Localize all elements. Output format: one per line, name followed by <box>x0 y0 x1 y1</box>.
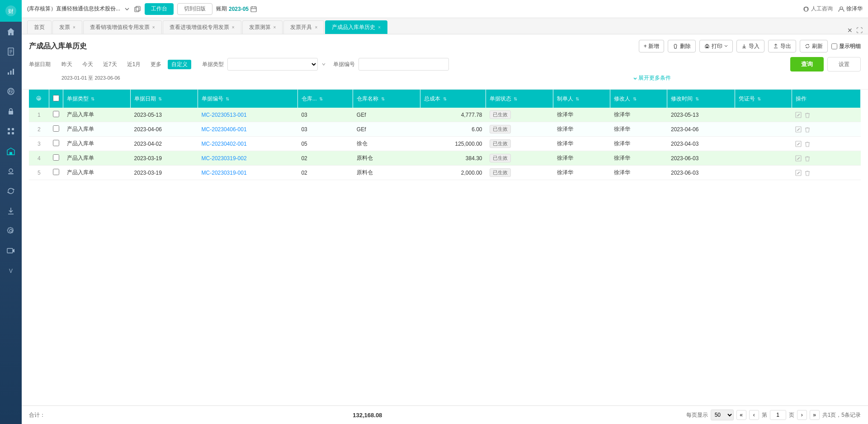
type-filter-select[interactable] <box>227 58 318 71</box>
column-settings-icon[interactable] <box>33 92 45 105</box>
sidebar-item-download[interactable] <box>0 201 22 221</box>
header-actions: + 新增 删除 打印 导入 导出 <box>639 40 861 52</box>
tab-invoice-label: 发票 <box>59 24 70 31</box>
row-delete-icon[interactable] <box>804 141 811 147</box>
first-page-button[interactable]: « <box>736 410 746 420</box>
th-modify-time[interactable]: 修改时间 ⇅ <box>667 90 735 108</box>
sidebar-item-settings[interactable] <box>0 221 22 241</box>
company-dropdown-icon[interactable] <box>124 6 130 12</box>
th-number[interactable]: 单据编号 ⇅ <box>198 90 298 108</box>
th-creator[interactable]: 制单人 ⇅ <box>553 90 610 108</box>
new-button[interactable]: + 新增 <box>639 40 664 52</box>
tab-invoice-open-close[interactable]: × <box>315 25 317 30</box>
username-display[interactable]: 徐泽华 <box>838 5 863 13</box>
row-checkbox[interactable] <box>49 151 63 166</box>
tab-warehouse-history-close[interactable]: × <box>378 25 381 30</box>
last-page-button[interactable]: » <box>810 410 820 420</box>
row-delete-icon[interactable] <box>804 112 811 118</box>
sidebar-item-video[interactable] <box>0 241 22 261</box>
th-checkbox[interactable] <box>49 90 63 108</box>
tab-invoice-open[interactable]: 发票开具 × <box>283 20 324 34</box>
sidebar-item-lock[interactable] <box>0 101 22 121</box>
import-button[interactable]: 导入 <box>736 40 764 52</box>
tab-input-vat-close[interactable]: × <box>232 25 235 30</box>
shortcut-1month[interactable]: 近1月 <box>123 60 145 69</box>
svg-rect-6 <box>8 72 9 75</box>
expand-conditions-button[interactable]: 展开更多条件 <box>633 74 671 82</box>
calendar-icon[interactable] <box>250 6 257 12</box>
current-page-input[interactable] <box>770 410 786 420</box>
tab-invoice-close[interactable]: × <box>73 25 75 30</box>
tab-invoice-calc[interactable]: 发票测算 × <box>242 20 283 34</box>
tab-warehouse-history[interactable]: 产成品入库单历史 × <box>325 20 387 34</box>
sidebar-item-version[interactable]: V <box>0 261 22 281</box>
export-button[interactable]: 导出 <box>768 40 796 52</box>
delete-button[interactable]: 删除 <box>668 40 696 52</box>
sidebar-item-stamp[interactable] <box>0 161 22 181</box>
row-number[interactable]: MC-20230319-001 <box>198 166 298 180</box>
edit-icon[interactable] <box>795 141 802 147</box>
row-number[interactable]: MC-20230406-001 <box>198 122 298 137</box>
tab-sales-vat-close[interactable]: × <box>152 25 155 30</box>
row-checkbox[interactable] <box>49 122 63 137</box>
sidebar-item-home[interactable] <box>0 22 22 42</box>
row-checkbox[interactable] <box>49 137 63 151</box>
row-creator: 徐泽华 <box>553 137 610 151</box>
th-warehouse-name[interactable]: 仓库名称 ⇅ <box>353 90 420 108</box>
edit-icon[interactable] <box>795 126 802 133</box>
sidebar-item-docs[interactable] <box>0 42 22 62</box>
th-date[interactable]: 单据日期 ⇅ <box>131 90 198 108</box>
row-checkbox[interactable] <box>49 166 63 180</box>
app-logo[interactable]: 财 <box>0 0 22 22</box>
sidebar-item-apps[interactable] <box>0 121 22 141</box>
th-settings[interactable] <box>29 90 49 108</box>
set-button[interactable]: 设置 <box>827 57 861 71</box>
th-type[interactable]: 单据类型 ⇅ <box>63 90 131 108</box>
shortcut-today[interactable]: 今天 <box>79 60 97 69</box>
sidebar-item-warehouse[interactable] <box>0 141 22 161</box>
next-page-button[interactable]: › <box>797 410 807 420</box>
th-total-cost[interactable]: 总成本 ⇅ <box>420 90 486 108</box>
copy-icon[interactable] <box>134 5 141 13</box>
select-all-checkbox[interactable] <box>53 95 59 101</box>
th-warehouse-code[interactable]: 仓库... ⇅ <box>297 90 353 108</box>
row-delete-icon[interactable] <box>804 170 811 176</box>
shortcut-custom[interactable]: 自定义 <box>168 60 191 69</box>
edit-icon[interactable] <box>795 155 802 162</box>
show-detail-input[interactable] <box>831 43 837 49</box>
tab-expand-button[interactable]: ⛶ <box>856 27 863 34</box>
row-number[interactable]: MC-20230513-001 <box>198 108 298 122</box>
tab-input-vat[interactable]: 查看进项增值税专用发票 × <box>163 20 241 34</box>
edit-icon[interactable] <box>795 170 802 176</box>
per-page-select[interactable]: 50 100 200 <box>711 410 734 420</box>
user-service[interactable]: 人工咨询 <box>803 5 833 13</box>
row-delete-icon[interactable] <box>804 155 811 162</box>
tab-invoice[interactable]: 发票 × <box>52 20 82 34</box>
row-number[interactable]: MC-20230402-001 <box>198 137 298 151</box>
sidebar-item-tax[interactable]: 税 <box>0 81 22 101</box>
tab-sales-vat[interactable]: 查看销项增值税专用发票 × <box>83 20 162 34</box>
row-number[interactable]: MC-20230319-002 <box>198 151 298 166</box>
sidebar-item-cycle[interactable] <box>0 181 22 201</box>
shortcut-7days[interactable]: 近7天 <box>99 60 121 69</box>
row-checkbox[interactable] <box>49 108 63 122</box>
query-button[interactable]: 查询 <box>790 57 824 71</box>
number-filter-input[interactable] <box>359 58 449 71</box>
refresh-button[interactable]: 刷新 <box>800 40 828 52</box>
th-modifier[interactable]: 修改人 ⇅ <box>610 90 667 108</box>
tab-close-all-button[interactable]: ✕ <box>847 27 853 34</box>
switch-version-button[interactable]: 切到旧版 <box>177 3 212 15</box>
show-detail-checkbox[interactable]: 显示明细 <box>831 43 861 50</box>
tab-home[interactable]: 首页 <box>27 20 52 34</box>
shortcut-yesterday[interactable]: 昨天 <box>58 60 76 69</box>
th-voucher[interactable]: 凭证号 ⇅ <box>735 90 792 108</box>
sidebar-item-chart[interactable] <box>0 62 22 81</box>
shortcut-more[interactable]: 更多 <box>147 60 165 69</box>
tab-invoice-calc-close[interactable]: × <box>274 25 276 30</box>
th-status[interactable]: 单据状态 ⇅ <box>486 90 553 108</box>
prev-page-button[interactable]: ‹ <box>749 410 759 420</box>
workbench-button[interactable]: 工作台 <box>145 3 174 15</box>
print-button[interactable]: 打印 <box>699 40 733 52</box>
edit-icon[interactable] <box>795 112 802 118</box>
row-delete-icon[interactable] <box>804 126 811 133</box>
